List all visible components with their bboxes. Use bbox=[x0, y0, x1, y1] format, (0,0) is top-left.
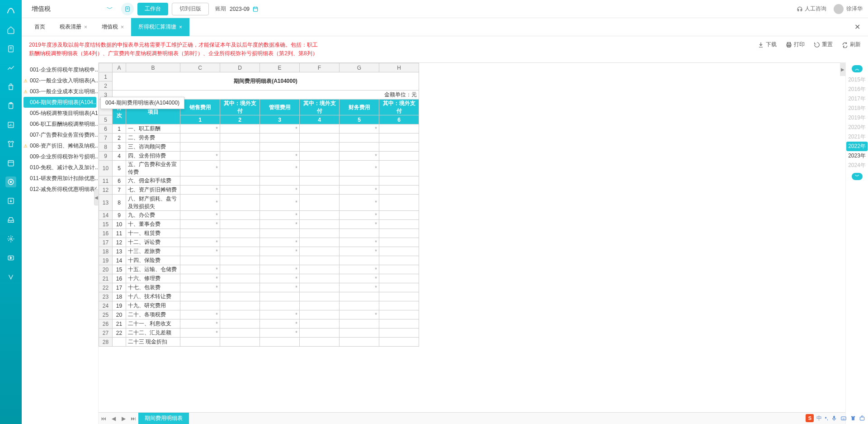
nav-settings-icon[interactable] bbox=[5, 233, 16, 244]
tab-close-icon[interactable]: × bbox=[179, 24, 182, 30]
ime-toolbar: S 中 •, bbox=[806, 414, 865, 422]
svg-rect-34 bbox=[860, 417, 864, 420]
close-all-tabs[interactable]: ✕ bbox=[852, 22, 863, 33]
svg-marker-16 bbox=[10, 257, 12, 259]
form-name-tooltip: 004-期间费用明细表(A104000) bbox=[100, 97, 184, 109]
tab-3[interactable]: 所得税汇算清缴× bbox=[131, 18, 189, 36]
nav-inbox-icon[interactable] bbox=[5, 214, 16, 225]
doc-button[interactable] bbox=[121, 3, 134, 15]
tab-bar: 首页税表清册×增值税×所得税汇算清缴× ✕ bbox=[22, 18, 868, 36]
year-2015年[interactable]: 2015年 bbox=[846, 75, 868, 85]
consult-link[interactable]: 人工咨询 bbox=[797, 5, 826, 13]
form-item-3[interactable]: 004-期间费用明细表(A104... bbox=[24, 97, 96, 108]
year-2024年[interactable]: 2024年 bbox=[846, 161, 868, 170]
nav-clipboard-icon[interactable] bbox=[5, 100, 16, 111]
tab-close-icon[interactable]: × bbox=[84, 24, 87, 30]
left-nav-rail bbox=[0, 0, 22, 424]
ime-keyboard-icon[interactable] bbox=[840, 415, 847, 421]
sheet-tab-bar: ⏮ ◀ ▶ ⏭ 期间费用明细表 bbox=[99, 412, 845, 424]
svg-rect-27 bbox=[833, 416, 835, 419]
form-item-10[interactable]: 011-研发费用加计扣除优惠... bbox=[22, 173, 98, 184]
sheet-nav-last[interactable]: ⏭ bbox=[128, 414, 138, 424]
tab-2[interactable]: 增值税× bbox=[94, 18, 131, 36]
tab-0[interactable]: 首页 bbox=[27, 18, 52, 36]
sheet-nav-next[interactable]: ▶ bbox=[118, 414, 128, 424]
nav-v-icon[interactable] bbox=[5, 272, 16, 282]
app-logo bbox=[5, 4, 17, 16]
nav-bag-icon[interactable] bbox=[5, 81, 16, 92]
svg-rect-9 bbox=[8, 161, 14, 166]
username: 徐泽华 bbox=[846, 5, 863, 13]
sheet-nav-prev[interactable]: ◀ bbox=[108, 414, 118, 424]
nav-export-icon[interactable] bbox=[5, 195, 16, 206]
consult-label: 人工咨询 bbox=[805, 5, 826, 13]
sheet-tab[interactable]: 期间费用明细表 bbox=[138, 413, 189, 424]
form-item-7[interactable]: ⚠008-资产折旧、摊销及纳税... bbox=[22, 140, 98, 151]
year-2017年[interactable]: 2017年 bbox=[846, 94, 868, 104]
year-2020年[interactable]: 2020年 bbox=[846, 123, 868, 132]
period-value: 2023-09 bbox=[230, 6, 250, 12]
sheet-title: 期间费用明细表(A104000) bbox=[113, 72, 419, 91]
ime-brand-icon[interactable]: S bbox=[806, 414, 814, 422]
collapse-sidebar-handle[interactable]: ◀ bbox=[94, 189, 99, 205]
nav-chart-icon[interactable] bbox=[5, 62, 16, 73]
year-2022年[interactable]: 2022年 bbox=[846, 142, 868, 151]
avatar bbox=[834, 4, 844, 14]
warning-notice: 2019年度涉及取以前年度结转数据的申报表单元格需要手工维护正确，才能保证本年及… bbox=[29, 41, 323, 58]
svg-rect-29 bbox=[841, 417, 846, 420]
nav-tax-icon[interactable] bbox=[5, 176, 16, 187]
workspace-button[interactable]: 工作台 bbox=[137, 3, 168, 15]
reset-button[interactable]: 重置 bbox=[814, 41, 833, 48]
year-2019年[interactable]: 2019年 bbox=[846, 113, 868, 123]
form-item-9[interactable]: 010-免税、减计收入及加计... bbox=[22, 162, 98, 173]
switch-old-button[interactable]: 切到旧版 bbox=[172, 3, 209, 15]
ime-mic-icon[interactable] bbox=[831, 415, 837, 421]
form-item-5[interactable]: 006-职工薪酬纳税调整明细... bbox=[22, 119, 98, 129]
tab-close-icon[interactable]: × bbox=[121, 24, 124, 30]
year-scroll-down[interactable]: ︾ bbox=[852, 173, 863, 180]
warn-icon: ⚠ bbox=[24, 78, 28, 83]
horizontal-scrollbar[interactable] bbox=[325, 415, 845, 422]
print-icon bbox=[786, 42, 792, 48]
tab-1[interactable]: 税表清册× bbox=[52, 18, 94, 36]
nav-home-icon[interactable] bbox=[5, 24, 16, 35]
form-item-2[interactable]: ⚠003-一般企业成本支出明细... bbox=[22, 86, 98, 97]
module-selector[interactable]: 增值税 ﹀ bbox=[27, 3, 118, 15]
download-icon bbox=[758, 42, 764, 48]
expand-panel-handle[interactable]: ▶ bbox=[840, 62, 845, 76]
year-2023年[interactable]: 2023年 bbox=[846, 151, 868, 161]
year-2018年[interactable]: 2018年 bbox=[846, 104, 868, 113]
refresh-icon bbox=[842, 42, 848, 48]
spreadsheet[interactable]: ABCDEFGH1期间费用明细表(A104000)23金额单位：元4行次项目销售… bbox=[99, 62, 845, 412]
form-item-11[interactable]: 012-减免所得税优惠明细表(... bbox=[22, 184, 98, 195]
year-scroll-up[interactable]: ︽ bbox=[852, 65, 863, 72]
year-rail: ︽ 2015年2016年2017年2018年2019年2020年2021年202… bbox=[845, 62, 868, 424]
refresh-button[interactable]: 刷新 bbox=[842, 41, 861, 48]
ime-skin-icon[interactable] bbox=[850, 415, 856, 421]
nav-report-icon[interactable] bbox=[5, 119, 16, 130]
form-item-8[interactable]: 009-企业所得税弥补亏损明... bbox=[22, 151, 98, 162]
form-item-4[interactable]: 005-纳税调整项目明细表(A1... bbox=[22, 108, 98, 119]
module-name: 增值税 bbox=[32, 5, 51, 13]
reset-icon bbox=[814, 42, 820, 48]
download-button[interactable]: 下载 bbox=[758, 41, 777, 48]
form-item-0[interactable]: 001-企业所得税年度纳税申... bbox=[22, 64, 98, 75]
user-menu[interactable]: 徐泽华 bbox=[834, 4, 863, 14]
print-button[interactable]: 打印 bbox=[786, 41, 805, 48]
nav-calendar-icon[interactable] bbox=[5, 157, 16, 168]
ime-lang[interactable]: 中 bbox=[816, 414, 822, 422]
year-2016年[interactable]: 2016年 bbox=[846, 85, 868, 94]
form-item-1[interactable]: ⚠002-一般企业收入明细表(A... bbox=[22, 75, 98, 86]
nav-video-icon[interactable] bbox=[5, 252, 16, 263]
svg-point-14 bbox=[10, 238, 12, 240]
ime-toolbox-icon[interactable] bbox=[859, 415, 865, 421]
nav-shirt-icon[interactable] bbox=[5, 138, 16, 149]
warn-icon: ⚠ bbox=[24, 89, 28, 94]
calendar-icon[interactable] bbox=[252, 6, 259, 12]
sheet-nav-first[interactable]: ⏮ bbox=[99, 414, 108, 424]
year-2021年[interactable]: 2021年 bbox=[846, 132, 868, 142]
period-label: 账期 bbox=[215, 5, 226, 13]
form-item-6[interactable]: 007-广告费和业务宣传费跨... bbox=[22, 129, 98, 140]
ime-punct-icon[interactable]: •, bbox=[825, 415, 828, 421]
nav-doc-icon[interactable] bbox=[5, 43, 16, 54]
